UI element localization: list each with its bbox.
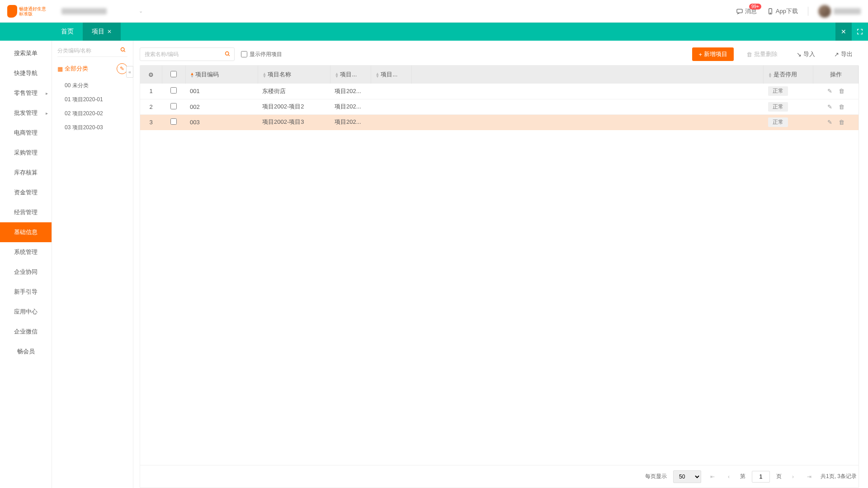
sidebar-item-5[interactable]: 采购管理 bbox=[0, 143, 52, 163]
left-sidebar: 搜索菜单快捷导航零售管理批发管理电商管理采购管理库存核算资金管理经营管理基础信息… bbox=[0, 41, 52, 488]
batch-delete-button: 🗑 批量删除 bbox=[740, 47, 784, 61]
sidebar-item-14[interactable]: 企业微信 bbox=[0, 322, 52, 342]
cell-name: 项目2002-项目2 bbox=[258, 99, 330, 114]
cell-name: 项目2002-项目3 bbox=[258, 114, 330, 130]
export-label: 导出 bbox=[841, 50, 853, 58]
delete-icon[interactable]: 🗑 bbox=[839, 119, 844, 126]
cell-status: 正常 bbox=[764, 84, 813, 99]
sidebar-item-9[interactable]: 基础信息 bbox=[0, 222, 52, 242]
projects-table: ⚙ ▲▼项目编码 ▲▼项目名称 ▲▼项目... ▲▼项目... ▲▼是否停用 操… bbox=[140, 66, 859, 130]
cell-c4 bbox=[371, 84, 411, 99]
row-checkbox[interactable] bbox=[170, 103, 177, 109]
table-row[interactable]: 1001东楼街店项目202...正常✎🗑 bbox=[140, 84, 859, 99]
sidebar-item-13[interactable]: 应用中心 bbox=[0, 302, 52, 322]
category-item-1[interactable]: 01 项目2020-01 bbox=[52, 93, 133, 107]
cell-code: 003 bbox=[185, 114, 258, 130]
search-icon[interactable] bbox=[224, 51, 231, 59]
prev-page-button[interactable]: ‹ bbox=[724, 472, 734, 482]
sidebar-item-7[interactable]: 资金管理 bbox=[0, 183, 52, 202]
add-project-label: 新增项目 bbox=[704, 50, 727, 58]
category-search-input[interactable] bbox=[57, 44, 127, 57]
cell-c3: 项目202... bbox=[330, 84, 371, 99]
svg-rect-0 bbox=[737, 9, 742, 13]
top-bar: 畅捷通好生意 标准版 ⌄ 消息 99+ App下载 bbox=[0, 0, 868, 23]
brand-logo-mark bbox=[7, 5, 17, 18]
sidebar-item-3[interactable]: 批发管理 bbox=[0, 103, 52, 123]
first-page-button[interactable]: ⇤ bbox=[708, 472, 717, 482]
category-item-3[interactable]: 03 项目2020-03 bbox=[52, 121, 133, 135]
cell-c4 bbox=[371, 114, 411, 130]
show-disabled-checkbox[interactable]: 显示停用项目 bbox=[241, 51, 282, 58]
close-icon[interactable]: ✕ bbox=[107, 28, 112, 35]
table-search-input[interactable] bbox=[140, 47, 235, 61]
column-checkbox-all[interactable] bbox=[162, 66, 185, 84]
add-project-button[interactable]: + 新增项目 bbox=[692, 47, 734, 61]
sidebar-item-15[interactable]: 畅会员 bbox=[0, 342, 52, 361]
tab-close-button[interactable]: ✕ bbox=[835, 23, 852, 41]
column-disabled[interactable]: ▲▼是否停用 bbox=[764, 66, 813, 84]
table-row[interactable]: 3003项目2002-项目3项目202...正常✎🗑 bbox=[140, 114, 859, 130]
collapse-panel-button[interactable]: « bbox=[126, 66, 133, 78]
sidebar-item-11[interactable]: 企业协同 bbox=[0, 262, 52, 282]
column-settings[interactable]: ⚙ bbox=[140, 66, 162, 84]
chevron-left-icon: « bbox=[128, 69, 131, 75]
table-row[interactable]: 2002项目2002-项目2项目202...正常✎🗑 bbox=[140, 99, 859, 114]
close-icon: ✕ bbox=[841, 28, 846, 35]
fullscreen-button[interactable] bbox=[852, 23, 868, 41]
plus-icon: + bbox=[698, 51, 702, 58]
sidebar-item-12[interactable]: 新手引导 bbox=[0, 282, 52, 302]
page-size-select[interactable]: 50 bbox=[673, 470, 701, 483]
page-suffix: 页 bbox=[776, 473, 782, 480]
sidebar-item-10[interactable]: 系统管理 bbox=[0, 242, 52, 262]
import-icon: ↘ bbox=[797, 51, 802, 58]
top-divider bbox=[808, 7, 808, 16]
column-project-name[interactable]: ▲▼项目名称 bbox=[258, 66, 330, 84]
category-item-2[interactable]: 02 项目2020-02 bbox=[52, 107, 133, 121]
app-download-label: App下载 bbox=[776, 7, 798, 15]
search-icon[interactable] bbox=[120, 47, 127, 55]
edit-icon[interactable]: ✎ bbox=[827, 103, 832, 110]
edit-icon[interactable]: ✎ bbox=[827, 119, 832, 126]
page-summary: 共1页, 3条记录 bbox=[821, 473, 857, 480]
app-download-button[interactable]: App下载 bbox=[767, 7, 798, 15]
column-project-code[interactable]: ▲▼项目编码 bbox=[185, 66, 258, 84]
brand-line2: 标准版 bbox=[19, 11, 46, 16]
row-checkbox[interactable] bbox=[170, 118, 177, 125]
tab-project[interactable]: 项目 ✕ bbox=[83, 23, 121, 41]
delete-icon[interactable]: 🗑 bbox=[839, 88, 844, 94]
category-all[interactable]: ▦ 全部分类 bbox=[57, 65, 88, 73]
current-page-input[interactable] bbox=[752, 471, 770, 483]
delete-icon[interactable]: 🗑 bbox=[839, 103, 844, 110]
column-project-c4[interactable]: ▲▼项目... bbox=[371, 66, 411, 84]
category-all-label: 全部分类 bbox=[65, 65, 88, 73]
export-button[interactable]: ↗ 导出 bbox=[828, 47, 859, 61]
category-panel: ▦ 全部分类 ✎ 00 未分类01 项目2020-0102 项目2020-020… bbox=[52, 41, 133, 488]
svg-point-2 bbox=[770, 13, 770, 13]
trash-icon: 🗑 bbox=[746, 51, 752, 58]
sidebar-item-0[interactable]: 搜索菜单 bbox=[0, 43, 52, 63]
cell-code: 001 bbox=[185, 84, 258, 99]
select-all-checkbox[interactable] bbox=[170, 71, 177, 77]
sidebar-item-1[interactable]: 快捷导航 bbox=[0, 63, 52, 83]
messages-button[interactable]: 消息 99+ bbox=[736, 7, 757, 15]
row-checkbox[interactable] bbox=[170, 87, 177, 94]
user-avatar bbox=[818, 5, 831, 18]
import-button[interactable]: ↘ 导入 bbox=[790, 47, 821, 61]
tab-project-label: 项目 bbox=[92, 28, 104, 36]
org-dropdown[interactable]: ⌄ bbox=[61, 5, 143, 18]
edit-icon[interactable]: ✎ bbox=[827, 88, 832, 94]
org-name-blurred bbox=[61, 8, 107, 14]
next-page-button[interactable]: › bbox=[788, 472, 798, 482]
show-disabled-input[interactable] bbox=[241, 51, 247, 57]
sidebar-item-4[interactable]: 电商管理 bbox=[0, 123, 52, 143]
user-menu[interactable] bbox=[818, 5, 861, 18]
sidebar-item-6[interactable]: 库存核算 bbox=[0, 163, 52, 183]
column-project-c3[interactable]: ▲▼项目... bbox=[330, 66, 371, 84]
last-page-button[interactable]: ⇥ bbox=[804, 472, 814, 482]
sidebar-item-8[interactable]: 经营管理 bbox=[0, 202, 52, 222]
batch-delete-label: 批量删除 bbox=[754, 50, 778, 58]
sidebar-item-2[interactable]: 零售管理 bbox=[0, 83, 52, 103]
row-index: 1 bbox=[140, 84, 162, 99]
category-item-0[interactable]: 00 未分类 bbox=[52, 79, 133, 93]
tab-home[interactable]: 首页 bbox=[52, 23, 83, 41]
